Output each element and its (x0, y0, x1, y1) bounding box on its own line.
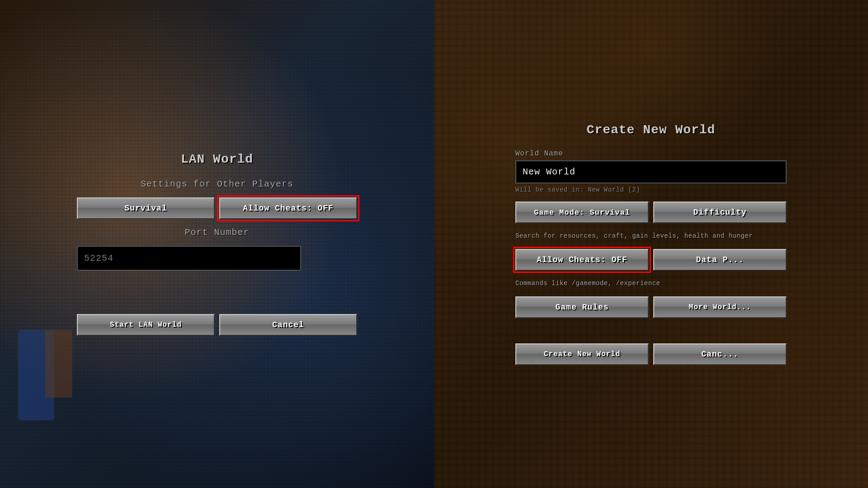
allow-cheats-button[interactable]: Allow Cheats: OFF (219, 197, 357, 219)
port-label: Port Number (77, 227, 357, 238)
game-mode-desc: Search for resources, craft, gain levels… (515, 231, 787, 241)
create-world-button[interactable]: Create New World (515, 343, 649, 365)
allow-cheats-button-right[interactable]: Allow Cheats: OFF (515, 249, 649, 271)
cancel-button-right[interactable]: Canc... (653, 343, 787, 365)
extras-row: Game Rules More World... (515, 296, 787, 318)
more-world-options-button[interactable]: More World... (653, 296, 787, 318)
lan-world-dialog: LAN World Settings for Other Players Sur… (59, 139, 375, 349)
create-cancel-row: Create New World Canc... (515, 343, 787, 365)
left-panel: LAN World Settings for Other Players Sur… (0, 0, 434, 488)
world-name-section: World Name Will be saved in: New World (… (515, 150, 787, 193)
data-packs-button[interactable]: Data P... (653, 249, 787, 271)
game-mode-survival-button[interactable]: Game Mode: Survival (515, 202, 649, 223)
create-world-title: Create New World (515, 123, 787, 137)
game-settings-row: Survival Allow Cheats: OFF (77, 197, 357, 219)
game-rules-button[interactable]: Game Rules (515, 296, 649, 318)
cancel-button-left[interactable]: Cancel (219, 314, 357, 336)
game-mode-button[interactable]: Survival (77, 197, 215, 219)
cheats-row: Allow Cheats: OFF Data P... (515, 249, 787, 271)
world-name-input[interactable] (515, 160, 787, 183)
lan-world-title: LAN World (77, 152, 357, 166)
create-world-dialog: Create New World World Name Will be save… (497, 109, 805, 379)
port-number-input[interactable] (77, 246, 301, 271)
right-panel: Create New World World Name Will be save… (434, 0, 868, 488)
game-mode-row: Game Mode: Survival Difficulty (515, 202, 787, 223)
start-lan-button[interactable]: Start LAN World (77, 314, 215, 336)
action-buttons-row: Start LAN World Cancel (77, 314, 357, 336)
save-info-text: Will be saved in: New World (2) (515, 186, 787, 193)
difficulty-button[interactable]: Difficulty (653, 202, 787, 223)
cheats-desc: Commands like /gamemode, /experience (515, 279, 787, 288)
settings-label: Settings for Other Players (77, 179, 357, 189)
world-name-label: World Name (515, 150, 787, 158)
